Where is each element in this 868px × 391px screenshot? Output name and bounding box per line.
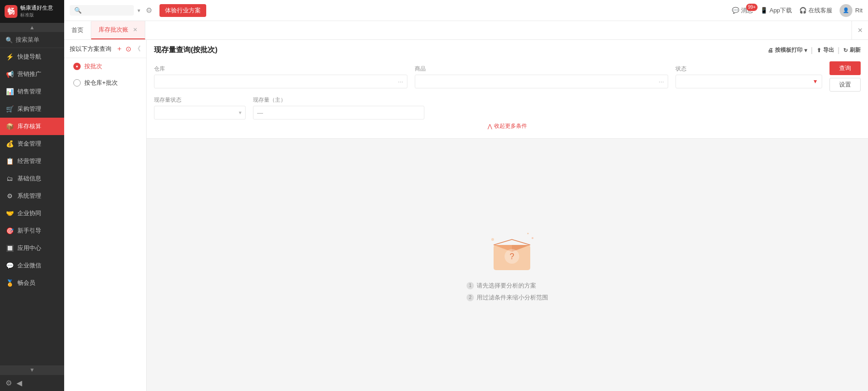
app-title: 畅康通好生意 — [20, 5, 53, 12]
finance-icon: 💰 — [5, 140, 14, 148]
sidebar: 畅 畅康通好生意 标准版 ▲ 🔍 搜索菜单 ⚡ 快捷导航 📢 营销推广 📊 销售… — [0, 0, 64, 391]
warehouse-dots[interactable]: ··· — [398, 78, 403, 85]
app-download-btn[interactable]: 📱 App下载 — [760, 6, 792, 15]
left-panel-header: 按以下方案查询 ＋ ⊙ 《 — [64, 40, 146, 58]
hint-num-1: 1 — [467, 282, 474, 289]
empty-svg: ? — [484, 227, 539, 277]
chevron-up-icon: ⋀ — [488, 123, 492, 130]
refresh-btn[interactable]: ↻ 刷新 — [843, 46, 861, 54]
app-subtitle: 标准版 — [20, 12, 53, 18]
warehouse-input[interactable] — [158, 78, 395, 85]
scheme-settings-icon[interactable]: ⊙ — [126, 45, 132, 53]
tab-close-icon[interactable]: ✕ — [133, 27, 137, 33]
sidebar-item-label: 采购管理 — [17, 105, 41, 113]
sidebar-header: 畅 畅康通好生意 标准版 — [0, 0, 64, 23]
online-service-btn[interactable]: 🎧 在线客服 — [799, 6, 832, 15]
status-select[interactable]: ▼ — [676, 75, 822, 88]
sidebar-item-label: 营销推广 — [17, 70, 41, 78]
sidebar-scroll: 🔍 搜索菜单 ⚡ 快捷导航 📢 营销推广 📊 销售管理 🛒 采购管理 📦 库存核… — [0, 32, 64, 365]
tab-home[interactable]: 首页 — [64, 22, 91, 39]
empty-hints: 1 请先选择要分析的方案 2 用过滤条件来缩小分析范围 — [467, 280, 548, 304]
trial-btn[interactable]: 体验行业方案 — [159, 4, 206, 17]
topbar: 🔍 ▾ ⚙ 体验行业方案 💬 消息 99+ 📱 App下载 🎧 在线客服 👤 R… — [64, 0, 868, 21]
settings-footer-icon[interactable]: ⚙ — [5, 379, 12, 387]
hint-text-2: 用过滤条件来缩小分析范围 — [477, 292, 548, 304]
user-menu[interactable]: 👤 Rit — [840, 4, 863, 17]
app-logo: 畅 — [5, 5, 17, 18]
stock-qty-label: 现存量（主） — [253, 96, 424, 104]
collapse-panel-icon[interactable]: 《 — [134, 45, 141, 53]
collapse-sidebar-icon[interactable]: ◀ — [16, 379, 22, 387]
sidebar-item-label: 资金管理 — [17, 140, 41, 148]
stock-qty-input[interactable]: — — [253, 106, 424, 119]
sidebar-item-purchase[interactable]: 🛒 采购管理 — [0, 100, 64, 118]
enterprise-icon: 🤝 — [5, 209, 14, 217]
scheme-by-batch-label: 按批次 — [84, 62, 102, 71]
headset-icon: 🎧 — [799, 7, 807, 14]
scroll-down-btn[interactable]: ▼ — [0, 365, 64, 375]
goods-input-wrap[interactable]: ··· — [415, 75, 668, 88]
member-icon: 🏅 — [5, 279, 14, 287]
topbar-search-box[interactable]: 🔍 — [70, 5, 134, 16]
scheme-by-warehouse-batch[interactable]: 按仓库+批次 — [64, 75, 146, 91]
sidebar-item-finance[interactable]: 💰 资金管理 — [0, 135, 64, 152]
search-menu-item[interactable]: 🔍 搜索菜单 — [0, 32, 64, 48]
sidebar-item-operations[interactable]: 📋 经营管理 — [0, 152, 64, 170]
sidebar-item-inventory[interactable]: 📦 库存核算 — [0, 118, 64, 135]
print-label: 按模板打印 — [775, 46, 802, 54]
sidebar-item-basic[interactable]: 🗂 基础信息 — [0, 170, 64, 187]
sidebar-item-apps[interactable]: 🔲 应用中心 — [0, 239, 64, 257]
content-area: 按以下方案查询 ＋ ⊙ 《 ● 按批次 按仓库+批次 现存量查询(按 — [64, 40, 868, 391]
svg-point-7 — [527, 233, 529, 234]
stock-status-select[interactable]: ▾ — [154, 106, 246, 119]
refresh-icon: ↻ — [843, 47, 848, 54]
add-scheme-icon[interactable]: ＋ — [116, 44, 123, 53]
tab-inventory-batch[interactable]: 库存批次账 ✕ — [91, 21, 145, 39]
wechat-icon: 💬 — [5, 261, 14, 270]
topbar-gear-icon[interactable]: ⚙ — [146, 6, 152, 15]
topbar-chevron-icon[interactable]: ▾ — [137, 7, 140, 14]
setting-button[interactable]: 设置 — [830, 78, 861, 92]
sidebar-item-member[interactable]: 🏅 畅会员 — [0, 274, 64, 292]
goods-input[interactable] — [419, 78, 656, 85]
app-download-label: App下载 — [769, 6, 792, 15]
page-actions: 🖨 按模板打印 ▾ | ⬆ 导出 | ↻ 刷新 — [768, 46, 861, 54]
refresh-label: 刷新 — [850, 46, 861, 54]
purchase-icon: 🛒 — [5, 105, 14, 113]
query-button[interactable]: 查询 — [830, 61, 861, 75]
sales-icon: 📊 — [5, 87, 14, 96]
warehouse-input-wrap[interactable]: ··· — [154, 75, 407, 88]
print-dropdown-icon[interactable]: ▾ — [804, 47, 807, 54]
sidebar-item-label: 快捷导航 — [17, 53, 41, 61]
app-download-icon: 📱 — [760, 7, 768, 14]
app-title-wrap: 畅康通好生意 标准版 — [20, 5, 53, 18]
left-panel: 按以下方案查询 ＋ ⊙ 《 ● 按批次 按仓库+批次 — [64, 40, 147, 391]
sidebar-item-label: 库存核算 — [17, 122, 41, 130]
export-btn[interactable]: ⬆ 导出 — [817, 46, 834, 54]
sidebar-item-wechat[interactable]: 💬 企业微信 — [0, 257, 64, 274]
sidebar-item-enterprise[interactable]: 🤝 企业协同 — [0, 205, 64, 222]
sidebar-item-quick-nav[interactable]: ⚡ 快捷导航 — [0, 48, 64, 65]
tabbar: 首页 库存批次账 ✕ ✕ — [64, 21, 868, 40]
sidebar-item-sales[interactable]: 📊 销售管理 — [0, 83, 64, 100]
goods-dots[interactable]: ··· — [659, 78, 664, 85]
scroll-up-btn[interactable]: ▲ — [0, 23, 64, 32]
svg-point-5 — [491, 238, 494, 241]
sidebar-item-newbie[interactable]: 🎯 新手引导 — [0, 222, 64, 239]
status-field: 状态 ▼ — [676, 65, 822, 88]
status-arrow-icon: ▼ — [813, 78, 818, 85]
print-btn[interactable]: 🖨 按模板打印 ▾ — [768, 46, 807, 54]
sidebar-item-marketing[interactable]: 📢 营销推广 — [0, 65, 64, 83]
message-btn[interactable]: 💬 消息 99+ — [732, 6, 753, 15]
scheme-active-dot: ● — [73, 63, 81, 70]
quick-nav-icon: ⚡ — [5, 53, 14, 61]
empty-state: ? 1 请先选择要分析的方案 2 用过滤条件来缩小分析范围 — [147, 139, 868, 391]
sidebar-item-system[interactable]: ⚙ 系统管理 — [0, 187, 64, 205]
scheme-by-batch[interactable]: ● 按批次 — [64, 58, 146, 75]
online-service-label: 在线客服 — [808, 6, 832, 15]
hint-row-2: 2 用过滤条件来缩小分析范围 — [467, 292, 548, 304]
status-label: 状态 — [676, 65, 822, 73]
tabbar-close-btn[interactable]: ✕ — [852, 21, 868, 39]
collapse-row[interactable]: ⋀ 收起更多条件 — [154, 119, 861, 133]
inventory-icon: 📦 — [5, 122, 14, 130]
